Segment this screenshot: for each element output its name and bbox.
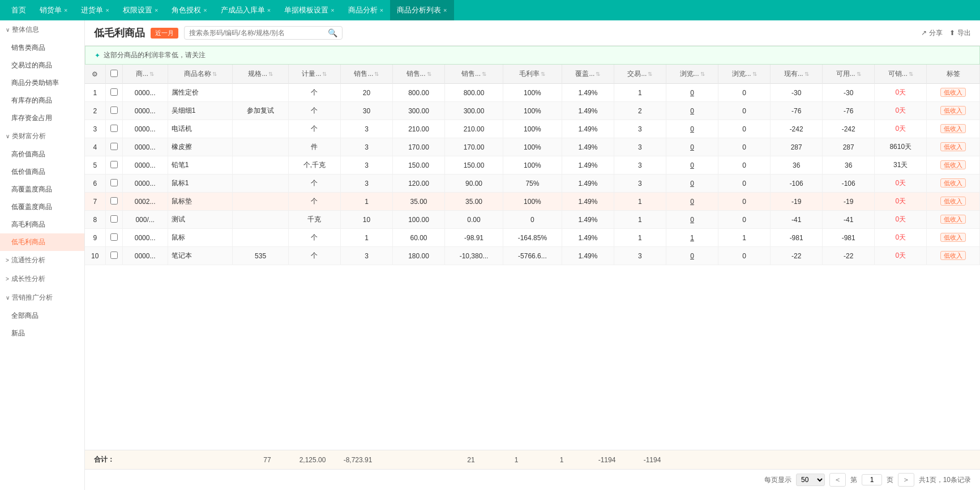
col-view1[interactable]: 浏览... ⇅ (666, 65, 718, 84)
cell-view1[interactable]: 0 (666, 102, 718, 120)
col-cover-rate-sort[interactable]: ⇅ (596, 71, 600, 77)
col-sales-qty-sort[interactable]: ⇅ (374, 71, 379, 77)
row-checkbox-1[interactable] (110, 106, 118, 114)
col-current[interactable]: 现有... ⇅ (771, 65, 823, 84)
col-view2[interactable]: 浏览... ⇅ (718, 65, 771, 84)
row-checkbox-5[interactable] (110, 179, 118, 186)
col-view1-sort[interactable]: ⇅ (700, 71, 705, 77)
cell-checkbox[interactable] (105, 211, 122, 229)
nav-item-角色授权[interactable]: 角色授权× (165, 0, 213, 20)
col-sales-price-sort[interactable]: ⇅ (427, 71, 431, 77)
col-trade-sort[interactable]: ⇅ (648, 71, 652, 77)
nav-item-商品分析[interactable]: 商品分析× (341, 0, 390, 20)
col-sales-amount-sort[interactable]: ⇅ (482, 71, 486, 77)
col-gross-rate-sort[interactable]: ⇅ (541, 71, 545, 77)
view1-link[interactable]: 1 (690, 234, 694, 242)
nav-close-icon[interactable]: × (64, 7, 67, 14)
settings-icon[interactable]: ⚙ (92, 70, 98, 78)
cell-view1[interactable]: 0 (666, 84, 718, 102)
view1-link[interactable]: 0 (690, 252, 694, 260)
nav-item-单据模板设置[interactable]: 单据模板设置× (277, 0, 341, 20)
sidebar-group-整体信息[interactable]: ∨整体信息 (0, 20, 84, 39)
col-trade[interactable]: 交易... ⇅ (614, 65, 666, 84)
next-page-btn[interactable]: ＞ (898, 473, 914, 487)
view1-link[interactable]: 0 (690, 125, 694, 133)
search-input[interactable] (189, 29, 328, 37)
col-cover-rate[interactable]: 覆盖... ⇅ (562, 65, 614, 84)
col-unit[interactable]: 计量... ⇅ (288, 65, 340, 84)
cell-view1[interactable]: 0 (666, 211, 718, 229)
sidebar-group-类财富分析[interactable]: ∨类财富分析 (0, 127, 84, 146)
sidebar-item-有库存的商品[interactable]: 有库存的商品 (0, 92, 84, 109)
nav-item-权限设置[interactable]: 权限设置× (116, 0, 165, 20)
select-all-checkbox[interactable] (110, 70, 118, 77)
nav-item-首页[interactable]: 首页 (5, 0, 33, 20)
view1-link[interactable]: 0 (690, 161, 694, 169)
nav-close-icon[interactable]: × (443, 7, 447, 14)
view1-link[interactable]: 0 (690, 198, 694, 206)
col-sales-price[interactable]: 销售... ⇅ (393, 65, 445, 84)
cell-view1[interactable]: 0 (666, 156, 718, 174)
prev-page-btn[interactable]: ＜ (829, 473, 846, 487)
sidebar-item-商品分类助销率[interactable]: 商品分类助销率 (0, 74, 84, 92)
share-button[interactable]: ↗ 分享 (921, 28, 943, 38)
col-view2-sort[interactable]: ⇅ (752, 71, 757, 77)
sidebar-group-营销推广分析[interactable]: ∨营销推广分析 (0, 288, 84, 307)
cell-checkbox[interactable] (105, 120, 122, 138)
cell-checkbox[interactable] (105, 174, 122, 193)
view1-link[interactable]: 0 (690, 143, 694, 151)
col-saleable[interactable]: 可销... ⇅ (875, 65, 927, 84)
col-current-sort[interactable]: ⇅ (804, 71, 809, 77)
nav-item-商品分析列表[interactable]: 商品分析列表× (390, 0, 453, 20)
col-name[interactable]: 商品名称 ⇅ (168, 65, 233, 84)
nav-item-产成品入库单[interactable]: 产成品入库单× (214, 0, 277, 20)
sidebar-item-全部商品[interactable]: 全部商品 (0, 307, 84, 325)
search-icon[interactable]: 🔍 (328, 28, 337, 37)
col-unit-sort[interactable]: ⇅ (322, 71, 327, 77)
col-settings[interactable]: ⚙ (85, 65, 105, 84)
sidebar-item-高毛利商品[interactable]: 高毛利商品 (0, 216, 84, 233)
col-spec[interactable]: 规格... ⇅ (233, 65, 288, 84)
sidebar-item-销售类商品[interactable]: 销售类商品 (0, 39, 84, 57)
nav-close-icon[interactable]: × (267, 7, 271, 14)
cell-view1[interactable]: 1 (666, 229, 718, 247)
export-button[interactable]: ⬆ 导出 (949, 28, 971, 38)
row-checkbox-0[interactable] (110, 88, 118, 96)
col-sales-qty[interactable]: 销售... ⇅ (340, 65, 392, 84)
cell-checkbox[interactable] (105, 138, 122, 156)
row-checkbox-9[interactable] (110, 252, 118, 259)
col-available[interactable]: 可用... ⇅ (823, 65, 875, 84)
sidebar-item-库存资金占用[interactable]: 库存资金占用 (0, 109, 84, 127)
cell-checkbox[interactable] (105, 247, 122, 265)
cell-view1[interactable]: 0 (666, 138, 718, 156)
sidebar-group-成长性分析[interactable]: >成长性分析 (0, 270, 84, 288)
cell-checkbox[interactable] (105, 193, 122, 211)
nav-close-icon[interactable]: × (155, 7, 158, 14)
sidebar-item-低价值商品[interactable]: 低价值商品 (0, 163, 84, 181)
cell-checkbox[interactable] (105, 229, 122, 247)
date-tag-btn[interactable]: 近一月 (151, 28, 178, 39)
cell-view1[interactable]: 0 (666, 193, 718, 211)
nav-item-销货单[interactable]: 销货单× (33, 0, 74, 20)
row-checkbox-4[interactable] (110, 161, 118, 168)
col-name-sort[interactable]: ⇅ (212, 71, 217, 77)
col-saleable-sort[interactable]: ⇅ (909, 71, 913, 77)
col-sales-amount[interactable]: 销售... ⇅ (445, 65, 503, 84)
col-available-sort[interactable]: ⇅ (857, 71, 861, 77)
nav-close-icon[interactable]: × (203, 7, 207, 14)
sidebar-item-高覆盖度商品[interactable]: 高覆盖度商品 (0, 181, 84, 198)
nav-close-icon[interactable]: × (331, 7, 334, 14)
cell-view1[interactable]: 0 (666, 174, 718, 193)
col-spec-sort[interactable]: ⇅ (268, 71, 273, 77)
cell-view1[interactable]: 0 (666, 247, 718, 265)
sidebar-item-新品[interactable]: 新品 (0, 325, 84, 342)
row-checkbox-6[interactable] (110, 197, 118, 204)
sidebar-item-低覆盖度商品[interactable]: 低覆盖度商品 (0, 198, 84, 216)
col-code[interactable]: 商... ⇅ (122, 65, 168, 84)
row-checkbox-8[interactable] (110, 233, 118, 241)
sidebar-item-高价值商品[interactable]: 高价值商品 (0, 146, 84, 163)
row-checkbox-2[interactable] (110, 125, 118, 132)
row-checkbox-3[interactable] (110, 143, 118, 150)
sidebar-item-交易过的商品[interactable]: 交易过的商品 (0, 57, 84, 74)
view1-link[interactable]: 0 (690, 89, 694, 97)
